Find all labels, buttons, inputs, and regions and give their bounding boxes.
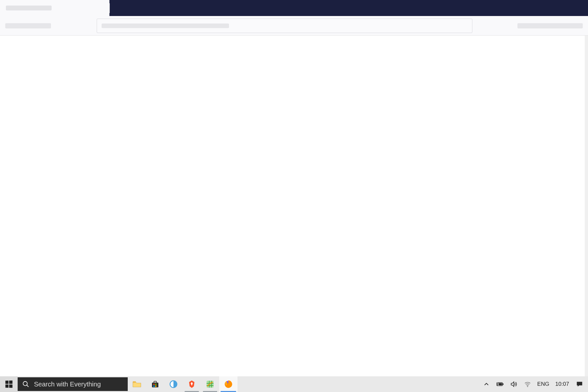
tray-language[interactable]: ENG — [534, 376, 552, 392]
svg-rect-5 — [153, 384, 155, 385]
file-explorer-icon — [132, 379, 142, 389]
svg-point-0 — [23, 382, 27, 386]
grid-app-icon — [205, 379, 215, 389]
start-button[interactable] — [0, 376, 18, 392]
battery-icon — [497, 381, 504, 388]
tab-divider — [109, 3, 110, 13]
brave-icon — [187, 379, 197, 389]
taskbar-app-browser-blue[interactable] — [164, 376, 183, 392]
tray-battery[interactable] — [493, 376, 507, 392]
system-tray: ENG 10:07 — [480, 376, 588, 392]
taskbar-app-grid[interactable] — [201, 376, 219, 392]
chevron-up-icon — [483, 381, 490, 388]
clock-label: 10:07 — [555, 381, 569, 387]
scrollbar-thumb[interactable] — [585, 36, 588, 376]
taskbar: Search with Everything — [0, 376, 588, 392]
taskbar-search-placeholder: Search with Everything — [34, 381, 101, 388]
wifi-icon — [524, 381, 531, 388]
browser-window — [0, 0, 588, 376]
taskbar-app-firefox[interactable] — [219, 376, 237, 392]
store-icon — [150, 379, 160, 389]
tab-strip — [0, 0, 588, 16]
browser-toolbar — [0, 16, 588, 36]
page-content — [0, 36, 585, 376]
svg-line-1 — [27, 385, 29, 387]
tray-volume[interactable] — [507, 376, 521, 392]
browser-tab[interactable] — [0, 0, 109, 16]
volume-icon — [510, 381, 517, 388]
svg-point-15 — [527, 386, 528, 387]
vertical-scrollbar[interactable] — [585, 36, 588, 376]
svg-rect-8 — [155, 385, 156, 387]
taskbar-apps — [128, 376, 237, 392]
tab-title-skeleton — [6, 6, 52, 10]
taskbar-app-microsoft-store[interactable] — [146, 376, 164, 392]
tray-clock[interactable]: 10:07 — [552, 376, 572, 392]
windows-logo-icon — [6, 381, 13, 388]
svg-rect-6 — [155, 384, 156, 385]
firefox-icon — [223, 379, 233, 389]
address-skeleton — [102, 24, 229, 28]
tray-wifi[interactable] — [521, 376, 534, 392]
search-icon — [22, 381, 29, 388]
svg-rect-2 — [133, 381, 136, 383]
language-label: ENG — [537, 381, 549, 387]
svg-rect-7 — [153, 385, 155, 387]
nav-buttons-skeleton — [5, 23, 51, 28]
taskbar-app-file-explorer[interactable] — [128, 376, 146, 392]
action-center[interactable] — [572, 376, 587, 392]
toolbar-right-skeleton — [517, 23, 583, 28]
browser-blue-icon — [169, 379, 178, 389]
tray-overflow[interactable] — [480, 376, 493, 392]
address-bar[interactable] — [97, 19, 472, 33]
svg-rect-4 — [154, 381, 156, 383]
svg-rect-14 — [503, 384, 503, 385]
taskbar-app-brave[interactable] — [183, 376, 201, 392]
notification-icon — [576, 381, 583, 388]
taskbar-search[interactable]: Search with Everything — [18, 377, 128, 391]
